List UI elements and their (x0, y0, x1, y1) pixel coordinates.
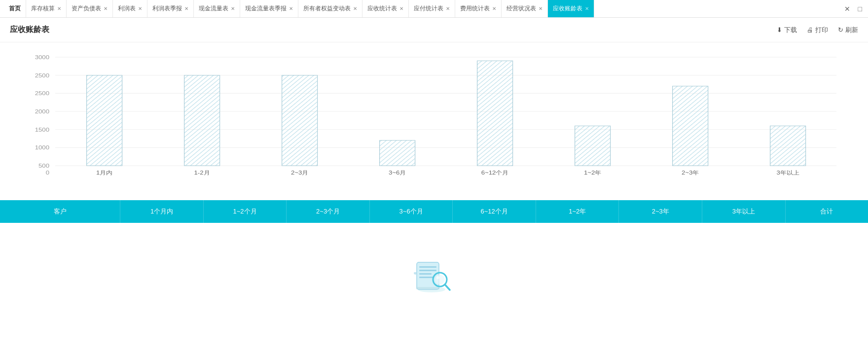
page-container: 应收账龄表 ⬇ 下载 🖨 打印 ↻ 刷新 (0, 18, 868, 355)
svg-text:6~12个月: 6~12个月 (481, 170, 509, 176)
tab-inventory[interactable]: 库存核算 ✕ (26, 0, 67, 18)
chart-wrapper: 3000 2500 2500 2000 1500 1000 500 0 1月内 … (20, 52, 848, 190)
svg-text:1~2年: 1~2年 (584, 170, 601, 176)
svg-text:3000: 3000 (35, 54, 50, 61)
page-actions: ⬇ 下载 🖨 打印 ↻ 刷新 (777, 26, 858, 35)
svg-rect-26 (419, 266, 436, 268)
svg-text:2500: 2500 (35, 90, 50, 97)
svg-rect-29 (419, 277, 434, 278)
th-total: 合计 (786, 200, 868, 223)
print-icon: 🖨 (807, 26, 813, 34)
bar-1-2月 (184, 75, 220, 166)
svg-text:3年以上: 3年以上 (776, 170, 799, 176)
th-2-3year: 2~3年 (619, 200, 702, 223)
svg-rect-28 (419, 273, 432, 275)
tab-profit[interactable]: 利润表 ✕ (113, 0, 147, 18)
svg-text:2500: 2500 (35, 72, 50, 79)
close-tab-expense-stat[interactable]: ✕ (492, 6, 496, 11)
bar-1月内 (87, 75, 122, 166)
empty-illustration (404, 252, 464, 302)
close-tab-cashflow[interactable]: ✕ (231, 6, 235, 11)
svg-line-32 (445, 284, 450, 290)
close-tab-payable-stat[interactable]: ✕ (446, 6, 450, 11)
tab-home[interactable]: 首页 (4, 0, 26, 18)
svg-text:2~3月: 2~3月 (291, 170, 308, 176)
th-1-2month: 1~2个月 (204, 200, 287, 223)
th-1-2year: 1~2年 (536, 200, 619, 223)
svg-text:0: 0 (46, 170, 50, 176)
tab-bar: 首页 库存核算 ✕ 资产负债表 ✕ 利润表 ✕ 利润表季报 ✕ 现金流量表 ✕ … (0, 0, 868, 18)
close-tab-profit-quarterly[interactable]: ✕ (184, 6, 188, 11)
close-tab-cashflow-quarterly[interactable]: ✕ (289, 6, 293, 11)
bar-3年以上 (770, 126, 806, 166)
bar-6-12月 (477, 61, 513, 166)
maximize-button[interactable]: □ (856, 4, 864, 14)
close-tab-aging[interactable]: ✕ (585, 6, 589, 11)
svg-point-33 (436, 276, 439, 279)
svg-rect-27 (419, 270, 436, 271)
refresh-icon: ↻ (838, 26, 843, 34)
minimize-button[interactable]: ✕ (842, 4, 852, 14)
chart-area: 3000 2500 2500 2000 1500 1000 500 0 1月内 … (0, 42, 868, 200)
th-6-12month: 6~12个月 (453, 200, 536, 223)
svg-text:3~6月: 3~6月 (389, 170, 406, 176)
close-tab-equity[interactable]: ✕ (353, 6, 357, 11)
tab-expense-stat[interactable]: 费用统计表 ✕ (455, 0, 502, 18)
svg-text:1-2月: 1-2月 (194, 170, 210, 176)
bar-chart: 3000 2500 2500 2000 1500 1000 500 0 1月内 … (20, 52, 848, 190)
empty-state (0, 223, 868, 331)
th-1month: 1个月内 (120, 200, 204, 223)
refresh-button[interactable]: ↻ 刷新 (838, 26, 858, 35)
tab-equity[interactable]: 所有者权益变动表 ✕ (298, 0, 362, 18)
tab-payable-stat[interactable]: 应付统计表 ✕ (409, 0, 455, 18)
window-actions: ✕ □ (842, 4, 864, 14)
tab-balance[interactable]: 资产负债表 ✕ (67, 0, 113, 18)
svg-text:500: 500 (38, 163, 49, 169)
page-header: 应收账龄表 ⬇ 下载 🖨 打印 ↻ 刷新 (0, 18, 868, 42)
close-tab-inventory[interactable]: ✕ (57, 6, 61, 11)
svg-text:1500: 1500 (35, 127, 50, 133)
bar-2-3年 (673, 86, 708, 166)
svg-text:2000: 2000 (35, 108, 50, 115)
th-3-6month: 3~6个月 (370, 200, 453, 223)
bar-2-3月 (282, 75, 318, 166)
svg-text:1月内: 1月内 (96, 170, 112, 176)
table-header: 客户 1个月内 1~2个月 2~3个月 3~6个月 6~12个月 1~2年 2~… (0, 200, 868, 223)
download-button[interactable]: ⬇ 下载 (777, 26, 797, 35)
th-2-3month: 2~3个月 (287, 200, 370, 223)
bar-1-2年 (575, 126, 611, 166)
tab-operation[interactable]: 经营状况表 ✕ (502, 0, 548, 18)
svg-point-31 (435, 275, 445, 284)
tab-cashflow[interactable]: 现金流量表 ✕ (194, 0, 240, 18)
tab-profit-quarterly[interactable]: 利润表季报 ✕ (147, 0, 194, 18)
bar-3-6月 (380, 141, 415, 166)
close-tab-balance[interactable]: ✕ (104, 6, 108, 11)
close-tab-operation[interactable]: ✕ (539, 6, 542, 11)
download-icon: ⬇ (777, 26, 782, 34)
close-tab-receivable-stat[interactable]: ✕ (399, 6, 403, 11)
tab-receivable-stat[interactable]: 应收统计表 ✕ (362, 0, 409, 18)
svg-text:2~3年: 2~3年 (682, 170, 699, 176)
tab-aging[interactable]: 应收账龄表 ✕ (548, 0, 594, 18)
svg-text:1000: 1000 (35, 144, 50, 151)
tab-cashflow-quarterly[interactable]: 现金流量表季报 ✕ (240, 0, 298, 18)
print-button[interactable]: 🖨 打印 (807, 26, 828, 35)
th-3year-plus: 3年以上 (702, 200, 786, 223)
close-tab-profit[interactable]: ✕ (138, 6, 142, 11)
page-title: 应收账龄表 (10, 25, 49, 35)
th-customer: 客户 (0, 200, 120, 223)
